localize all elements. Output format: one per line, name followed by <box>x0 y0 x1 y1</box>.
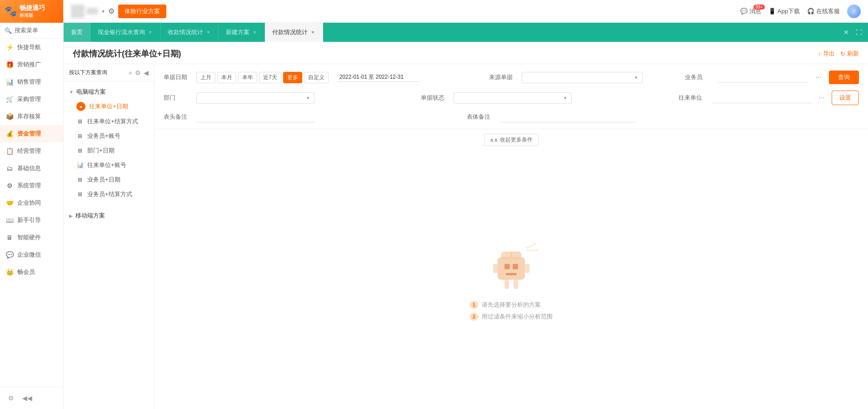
voucher-status-select[interactable]: ▾ <box>454 92 572 104</box>
headset-icon: 🎧 <box>807 8 814 15</box>
table-body-note-input[interactable] <box>499 111 636 122</box>
panel-add-icon[interactable]: + <box>129 69 132 76</box>
sidebar-item-system[interactable]: ⚙ 系统管理 <box>0 177 63 194</box>
date-range-input[interactable]: 2022-01-01 至 2022-12-31 <box>338 73 419 82</box>
sidebar-item-basic[interactable]: 🗂 基础信息 <box>0 160 63 177</box>
export-btn[interactable]: ↑ 导出 <box>818 50 835 58</box>
sidebar-item-guide[interactable]: 📖 新手引导 <box>0 212 63 229</box>
scheme-staff-date-label: 业务员+日期 <box>87 176 120 184</box>
sidebar-label-sales: 销售管理 <box>17 78 41 86</box>
svg-rect-0 <box>498 257 525 280</box>
sidebar-item-member[interactable]: 👑 畅会员 <box>0 263 63 281</box>
sidebar-item-sales[interactable]: 📊 销售管理 <box>0 73 63 91</box>
voucher-status-label: 单据状态 <box>421 94 446 102</box>
sidebar-item-hardware[interactable]: 🖥 智能硬件 <box>0 229 63 246</box>
voucher-date-label: 单据日期 <box>164 73 189 81</box>
table-head-note-input[interactable] <box>196 111 314 122</box>
counterpart-input[interactable] <box>711 92 811 103</box>
panel-collapse-icon[interactable]: ◀ <box>144 69 149 76</box>
scheme-unit-date[interactable]: ● 往来单位+日期 <box>64 99 154 114</box>
dept-chevron-icon: ▾ <box>307 95 309 101</box>
tab-new-scheme-close-icon[interactable]: × <box>252 28 257 36</box>
tab-home-label: 首页 <box>71 28 83 36</box>
date-btn-7days[interactable]: 近7天 <box>259 72 281 83</box>
messages-btn[interactable]: 💬 消息 99+ <box>740 7 761 15</box>
topbar-chevron-icon[interactable]: ▾ <box>102 8 105 15</box>
scheme-staff-settle[interactable]: ⊞ 业务员+结算方式 <box>64 187 154 202</box>
desktop-group-arrow-icon: ▼ <box>69 90 74 95</box>
counterpart-dots-icon[interactable]: ··· <box>818 94 824 102</box>
scheme-staff-account[interactable]: ⊞ 业务员+账号 <box>64 129 154 143</box>
sidebar-item-operation[interactable]: 📋 经营管理 <box>0 142 63 160</box>
tabbar: 首页 现金银行流水查询 × 收款情况统计 × 新建方案 × 付款情况统计 × ✕… <box>64 23 868 42</box>
wechat-icon: 💬 <box>5 251 14 259</box>
scheme-staff-date[interactable]: ⊞ 业务员+日期 <box>64 172 154 187</box>
scheme-chart-icon: 📊 <box>76 162 84 169</box>
tab-payment-stats[interactable]: 付款情况统计 × <box>265 23 323 42</box>
sidebar-item-marketing[interactable]: 🎁 营销推广 <box>0 56 63 73</box>
empty-tip-1: 1 请先选择要分析的方案 <box>470 301 553 309</box>
sidebar-item-wechat[interactable]: 💬 企业微信 <box>0 246 63 263</box>
tab-bank-flow[interactable]: 现金银行流水查询 × <box>90 23 160 42</box>
collapse-btn[interactable]: ∧∧ 收起更多条件 <box>484 134 539 146</box>
search-menu-item[interactable]: 🔍 搜索菜单 <box>0 23 63 39</box>
svg-rect-2 <box>513 264 518 269</box>
source-voucher-select[interactable]: ▾ <box>522 72 642 83</box>
tab-maximize-icon[interactable]: ⛶ <box>853 27 864 38</box>
trial-btn[interactable]: 体验行业方案 <box>118 5 166 18</box>
panel-settings-icon[interactable]: ⚙ <box>135 69 141 76</box>
sidebar-label-marketing: 营销推广 <box>17 61 41 69</box>
mobile-group-title[interactable]: ▶ 移动端方案 <box>64 209 154 222</box>
sidebar-item-purchase[interactable]: 🛒 采购管理 <box>0 91 63 108</box>
topbar-gear-icon[interactable]: ⚙ <box>108 7 115 15</box>
sidebar-collapse-btn[interactable]: ◀◀ <box>21 392 34 404</box>
date-btn-last-month[interactable]: 上月 <box>196 72 215 83</box>
query-btn[interactable]: 查询 <box>829 71 859 84</box>
sidebar-settings-btn[interactable]: ⚙ <box>5 392 17 404</box>
scheme-unit-account[interactable]: 📊 往来单位+账号 <box>64 158 154 172</box>
sidebar-item-inventory[interactable]: 📦 库存核算 <box>0 108 63 125</box>
avatar: Rit <box>71 5 85 18</box>
salesperson-input[interactable] <box>718 72 808 83</box>
tab-receipt-stats[interactable]: 收款情况统计 × <box>160 23 219 42</box>
refresh-btn[interactable]: ↻ 刷新 <box>840 50 859 58</box>
sidebar-item-quick-nav[interactable]: ⚡ 快捷导航 <box>0 39 63 56</box>
tab-receipt-stats-close-icon[interactable]: × <box>206 28 211 36</box>
salesperson-dots-icon[interactable]: ··· <box>816 73 822 81</box>
sidebar-item-corp[interactable]: 🤝 企业协同 <box>0 194 63 212</box>
svg-rect-4 <box>493 264 498 273</box>
date-btn-more[interactable]: 更多 <box>283 72 302 83</box>
topbar-left: Rit ▾ ⚙ 体验行业方案 <box>71 5 166 18</box>
date-btn-custom[interactable]: 自定义 <box>304 72 329 83</box>
topbar-avatar[interactable]: U <box>847 5 861 18</box>
tip-num-1: 1 <box>470 301 478 309</box>
online-service-btn[interactable]: 🎧 在线客服 <box>807 7 840 15</box>
sidebar-logo: 🐾 畅捷通巧 标准版 <box>0 0 63 23</box>
logo-sub: 标准版 <box>20 12 45 19</box>
voucher-status-chevron-icon: ▾ <box>564 95 567 101</box>
sidebar-item-finance[interactable]: 💰 资金管理 <box>0 125 63 142</box>
sidebar-label-basic: 基础信息 <box>17 164 41 172</box>
page-body: 按以下方案查询 + ⚙ ◀ ▼ 电脑端方案 ● <box>64 64 868 409</box>
app-download-btn[interactable]: 📱 App下载 <box>768 7 800 15</box>
panel-header-icons: + ⚙ ◀ <box>129 69 149 76</box>
mobile-group-label: 移动端方案 <box>75 212 105 220</box>
tab-bank-flow-close-icon[interactable]: × <box>148 28 153 36</box>
scheme-table-icon-2: ⊞ <box>76 132 84 140</box>
dept-select[interactable]: ▾ <box>196 92 314 104</box>
desktop-group-title[interactable]: ▼ 电脑端方案 <box>64 85 154 99</box>
tab-new-scheme[interactable]: 新建方案 × <box>219 23 265 42</box>
date-btn-group: 上月 本月 本年 近7天 更多 自定义 <box>196 72 329 83</box>
scheme-dept-date[interactable]: ⊞ 部门+日期 <box>64 143 154 158</box>
tab-payment-stats-close-icon[interactable]: × <box>310 28 315 36</box>
tab-close-all-icon[interactable]: ✕ <box>841 27 852 38</box>
date-btn-this-year[interactable]: 本年 <box>238 72 257 83</box>
user-area[interactable]: Rit <box>71 5 98 18</box>
refresh-icon: ↻ <box>840 50 845 57</box>
operation-icon: 📋 <box>5 147 14 155</box>
date-btn-this-month[interactable]: 本月 <box>217 72 236 83</box>
tab-home[interactable]: 首页 <box>64 23 90 42</box>
settings-btn[interactable]: 设置 <box>832 91 859 105</box>
svg-rect-7 <box>514 280 518 289</box>
scheme-unit-settle[interactable]: ⊞ 往来单位+结算方式 <box>64 114 154 129</box>
